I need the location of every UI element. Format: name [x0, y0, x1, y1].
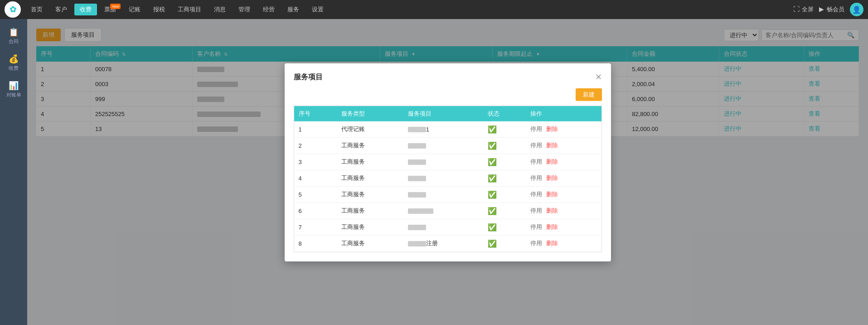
statement-icon: 📊: [3, 81, 24, 91]
modal-table-wrapper[interactable]: 序号 服务类型 服务项目 状态 操作 1 代理记账 1 ✅ 停用 删除 2 工商…: [294, 105, 602, 252]
service-status: ✅: [483, 203, 526, 219]
service-seq: 6: [294, 203, 337, 219]
service-status: ✅: [483, 170, 526, 186]
status-check-icon: ✅: [488, 207, 497, 214]
service-item: [403, 154, 483, 170]
stop-button[interactable]: 停用: [530, 126, 542, 132]
service-action: 停用 删除: [526, 121, 601, 137]
service-seq: 3: [294, 154, 337, 170]
service-items-modal: 服务项目 ✕ 新建 序号 服务类型 服务项目 状态 操作: [285, 63, 611, 261]
service-type: 工商服务: [337, 203, 403, 219]
contract-icon: 📋: [3, 27, 24, 37]
delete-button[interactable]: 删除: [546, 223, 558, 230]
delete-button[interactable]: 删除: [546, 175, 558, 181]
nav-message[interactable]: 消息: [209, 4, 231, 15]
service-action: 停用 删除: [526, 235, 601, 252]
list-item: 8 工商服务 注册 ✅ 停用 删除: [294, 235, 601, 252]
modal-new-button[interactable]: 新建: [576, 88, 602, 101]
status-check-icon: ✅: [488, 125, 497, 133]
service-seq: 4: [294, 170, 337, 186]
delete-button[interactable]: 删除: [546, 126, 558, 132]
modal-table-header-row: 序号 服务类型 服务项目 状态 操作: [294, 106, 601, 121]
delete-button[interactable]: 删除: [546, 158, 558, 165]
service-action: 停用 删除: [526, 154, 601, 170]
main-layout: 📋 合同 💰 收费 📊 对账单 新增 服务项目 进行中 已结束 全部: [0, 19, 868, 325]
service-action: 停用 删除: [526, 203, 601, 219]
service-item: [403, 203, 483, 219]
status-check-icon: ✅: [488, 141, 497, 149]
stop-button[interactable]: 停用: [530, 175, 542, 181]
fee-icon: 💰: [3, 54, 24, 64]
stop-button[interactable]: 停用: [530, 158, 542, 165]
service-item: [403, 137, 483, 154]
delete-button[interactable]: 删除: [546, 142, 558, 149]
stop-button[interactable]: 停用: [530, 240, 542, 247]
modal-close-button[interactable]: ✕: [595, 73, 602, 81]
service-action: 停用 删除: [526, 170, 601, 186]
nav-tax[interactable]: 报税: [148, 4, 170, 15]
service-seq: 8: [294, 235, 337, 252]
service-item: 注册: [403, 235, 483, 252]
delete-button[interactable]: 删除: [546, 207, 558, 214]
modal-col-type: 服务类型: [337, 106, 403, 121]
nav-operation[interactable]: 经营: [257, 4, 280, 15]
sidebar: 📋 合同 💰 收费 📊 对账单: [0, 19, 27, 325]
status-check-icon: ✅: [488, 223, 497, 231]
service-status: ✅: [483, 137, 526, 154]
sidebar-item-contract[interactable]: 📋 合同: [1, 24, 26, 49]
service-status: ✅: [483, 186, 526, 203]
service-type: 工商服务: [337, 154, 403, 170]
nav-settings[interactable]: 设置: [306, 4, 329, 15]
fullscreen-btn[interactable]: ⛶ 全屏: [793, 5, 814, 14]
status-check-icon: ✅: [488, 174, 497, 182]
nav-items: 首页 客户 收费 票据 new 记账 报税 工商项目 消息 管理 经营 服务 设…: [25, 4, 793, 15]
nav-industrial[interactable]: 工商项目: [172, 4, 207, 15]
service-item: [403, 170, 483, 186]
service-table: 序号 服务类型 服务项目 状态 操作 1 代理记账 1 ✅ 停用 删除 2 工商…: [294, 106, 601, 252]
nav-bookkeeping[interactable]: 记账: [123, 4, 146, 15]
list-item: 4 工商服务 ✅ 停用 删除: [294, 170, 601, 186]
nav-customer[interactable]: 客户: [50, 4, 73, 15]
nav-home[interactable]: 首页: [25, 4, 48, 15]
service-action: 停用 删除: [526, 186, 601, 203]
service-status: ✅: [483, 219, 526, 235]
member-btn[interactable]: ▶ 畅会员: [819, 5, 844, 14]
sidebar-item-fee-label: 收费: [3, 65, 24, 72]
modal-title: 服务项目: [294, 72, 323, 82]
new-badge: new: [110, 4, 121, 9]
delete-button[interactable]: 删除: [546, 191, 558, 198]
list-item: 5 工商服务 ✅ 停用 删除: [294, 186, 601, 203]
stop-button[interactable]: 停用: [530, 223, 542, 230]
user-avatar[interactable]: 👤: [850, 3, 863, 16]
modal-toolbar: 新建: [294, 88, 602, 101]
modal-col-action: 操作: [526, 106, 601, 121]
sidebar-item-statement-label: 对账单: [3, 92, 24, 98]
service-status: ✅: [483, 121, 526, 137]
service-type: 工商服务: [337, 219, 403, 235]
service-type: 工商服务: [337, 235, 403, 252]
nav-fee[interactable]: 收费: [74, 4, 97, 15]
service-seq: 2: [294, 137, 337, 154]
service-type: 工商服务: [337, 137, 403, 154]
list-item: 3 工商服务 ✅ 停用 删除: [294, 154, 601, 170]
stop-button[interactable]: 停用: [530, 142, 542, 149]
service-type: 代理记账: [337, 121, 403, 137]
nav-service[interactable]: 服务: [282, 4, 305, 15]
status-check-icon: ✅: [488, 158, 497, 165]
service-action: 停用 删除: [526, 137, 601, 154]
modal-col-seq: 序号: [294, 106, 337, 121]
nav-bill[interactable]: 票据 new: [99, 4, 121, 15]
modal-col-item: 服务项目: [403, 106, 483, 121]
service-type: 工商服务: [337, 170, 403, 186]
service-seq: 7: [294, 219, 337, 235]
stop-button[interactable]: 停用: [530, 191, 542, 198]
stop-button[interactable]: 停用: [530, 207, 542, 214]
delete-button[interactable]: 删除: [546, 240, 558, 247]
modal-header: 服务项目 ✕: [294, 72, 602, 82]
sidebar-item-fee[interactable]: 💰 收费: [1, 50, 26, 75]
app-logo[interactable]: ✿: [5, 1, 21, 18]
sidebar-item-statement[interactable]: 📊 对账单: [1, 77, 26, 102]
service-item: [403, 186, 483, 203]
nav-manage[interactable]: 管理: [233, 4, 256, 15]
list-item: 7 工商服务 ✅ 停用 删除: [294, 219, 601, 235]
